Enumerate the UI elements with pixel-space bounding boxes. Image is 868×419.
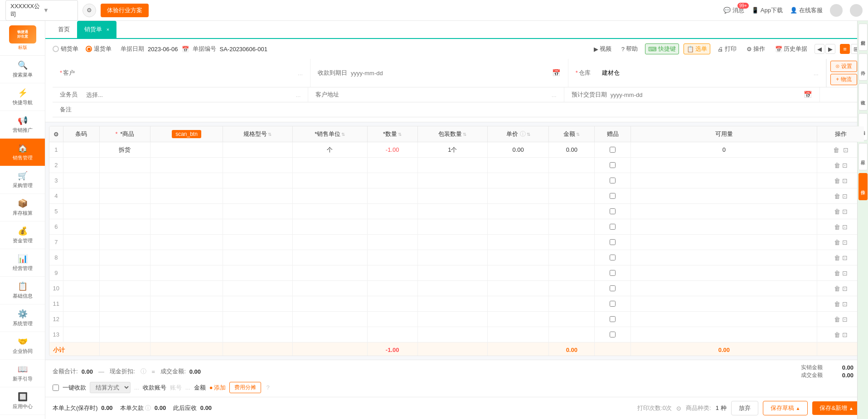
user-avatar[interactable] <box>830 4 843 17</box>
row5-copy-btn[interactable]: ⊡ <box>841 207 849 216</box>
app-download-btn[interactable]: 📱 App下载 <box>752 6 783 14</box>
row6-delete-btn[interactable]: 🗑 <box>833 222 841 231</box>
tab-close-icon[interactable]: × <box>107 27 109 32</box>
date-calendar-icon[interactable]: 📅 <box>182 46 189 53</box>
customer-addr-dots[interactable]: ... <box>552 92 557 98</box>
warehouse-dots[interactable]: ... <box>814 70 819 77</box>
sidebar-item-sales[interactable]: 🏠 销售管理 <box>0 139 45 166</box>
calc-method-select[interactable]: 结算方式 <box>90 382 131 393</box>
right-panel-tasks[interactable]: 待办 <box>858 53 868 81</box>
salesperson-dots[interactable]: ... <box>296 92 301 98</box>
row13-delete-btn[interactable]: 🗑 <box>833 330 841 339</box>
row1-delete-btn[interactable]: 🗑 <box>832 145 840 154</box>
action-shortcut[interactable]: ⌨ 快捷键 <box>645 43 679 54</box>
sidebar-item-purchase[interactable]: 🛒 采购管理 <box>0 166 45 194</box>
action-pick[interactable]: 📋 选单 <box>684 43 710 54</box>
logistics-btn[interactable]: + 物流 <box>830 74 857 85</box>
save-draft-btn[interactable]: 保存草稿 ▲ <box>763 401 808 415</box>
sidebar-item-quicknav[interactable]: ⚡ 快捷导航 <box>0 83 45 111</box>
settings-icon[interactable]: ⚙ <box>82 4 96 17</box>
action-video[interactable]: ▶ 视频 <box>591 44 614 54</box>
row7-gift-checkbox[interactable] <box>610 239 616 245</box>
right-panel-notes[interactable]: 便利贴 <box>858 24 868 51</box>
row4-copy-btn[interactable]: ⊡ <box>841 192 849 201</box>
customer-addr-input[interactable] <box>343 92 551 98</box>
user-avatar2[interactable] <box>850 4 863 17</box>
row9-delete-btn[interactable]: 🗑 <box>833 269 841 278</box>
row1-gift[interactable] <box>595 142 631 158</box>
row1-spec[interactable] <box>223 142 292 158</box>
sidebar-item-marketing[interactable]: 📢 营销推广 <box>0 111 45 139</box>
radio-sales[interactable]: 销货单 <box>53 45 78 53</box>
row5-delete-btn[interactable]: 🗑 <box>833 207 841 216</box>
unit-sort-icon[interactable]: ⇅ <box>341 132 345 137</box>
customer-dots[interactable]: ... <box>298 70 303 77</box>
row13-gift-checkbox[interactable] <box>610 332 616 337</box>
sidebar-item-wechat[interactable]: 💬 企业微信 <box>0 415 45 419</box>
row4-gift-checkbox[interactable] <box>610 193 616 199</box>
sidebar-item-inventory[interactable]: 📦 库存核算 <box>0 194 45 222</box>
row10-gift-checkbox[interactable] <box>610 285 616 291</box>
col-scan[interactable]: scan_btn <box>150 126 223 142</box>
sidebar-item-guide[interactable]: 📖 新手引导 <box>0 360 45 387</box>
cash-discount-info-icon[interactable]: ⓘ <box>141 367 146 376</box>
company-selector[interactable]: XXXXXX公司 ▼ <box>5 0 78 21</box>
row3-delete-btn[interactable]: 🗑 <box>833 176 841 185</box>
payment-date-calendar-icon[interactable]: 📅 <box>552 69 561 77</box>
pkg-sort-icon[interactable]: ⇅ <box>463 132 466 137</box>
row10-copy-btn[interactable]: ⊡ <box>841 284 849 293</box>
payment-date-input[interactable] <box>351 70 549 77</box>
row2-delete-btn[interactable]: 🗑 <box>833 161 841 170</box>
row1-product[interactable]: 拆货 <box>99 142 150 158</box>
action-help[interactable]: ? 帮助 <box>619 44 640 54</box>
row4-delete-btn[interactable]: 🗑 <box>833 192 841 201</box>
scan-btn[interactable]: scan_btn <box>172 130 201 138</box>
row9-copy-btn[interactable]: ⊡ <box>841 269 849 278</box>
price-info-icon[interactable]: ⓘ <box>520 130 526 137</box>
online-service-btn[interactable]: 👤 在线客服 <box>790 6 823 14</box>
row8-gift-checkbox[interactable] <box>610 255 616 260</box>
row2-copy-btn[interactable]: ⊡ <box>841 161 849 170</box>
action-history[interactable]: 📅 历史单据 <box>772 44 810 54</box>
row9-gift-checkbox[interactable] <box>610 270 616 276</box>
trial-button[interactable]: 体验行业方案 <box>101 4 149 17</box>
action-print[interactable]: 🖨 打印 <box>715 44 739 54</box>
expense-info-icon[interactable]: ? <box>267 384 270 391</box>
sidebar-item-basic[interactable]: 📋 基础信息 <box>0 277 45 304</box>
row10-delete-btn[interactable]: 🗑 <box>833 284 841 293</box>
sidebar-item-finance[interactable]: 💰 资金管理 <box>0 222 45 249</box>
abandon-btn[interactable]: 放弃 <box>731 401 758 415</box>
expected-date-calendar-icon[interactable]: 📅 <box>804 91 812 99</box>
row1-gift-checkbox[interactable] <box>610 147 616 153</box>
tab-home[interactable]: 首页 <box>51 21 77 39</box>
row7-copy-btn[interactable]: ⊡ <box>841 238 849 247</box>
row3-gift-checkbox[interactable] <box>610 178 616 183</box>
row1-price[interactable]: 0.00 <box>487 142 549 158</box>
row6-gift-checkbox[interactable] <box>610 224 616 230</box>
row1-copy-btn[interactable]: ⊡ <box>842 145 849 154</box>
row8-delete-btn[interactable]: 🗑 <box>833 253 841 262</box>
row5-gift-checkbox[interactable] <box>610 208 616 214</box>
right-panel-collect[interactable]: 收藏 <box>858 83 868 111</box>
row1-amount[interactable]: 0.00 <box>549 142 595 158</box>
tab-sales-order[interactable]: 销货单 × <box>77 21 116 39</box>
action-operate[interactable]: ⚙ 操作 <box>744 44 768 54</box>
col-settings[interactable]: ⚙ <box>49 126 63 142</box>
settings-btn[interactable]: ⊙ 设置 <box>830 61 857 72</box>
right-panel-star[interactable]: 星标 <box>858 143 868 170</box>
expense-btn[interactable]: 费用分摊 <box>229 382 261 393</box>
qty-sort-icon[interactable]: ⇅ <box>398 132 402 137</box>
payment-dots[interactable]: ... <box>134 384 139 391</box>
row6-copy-btn[interactable]: ⊡ <box>841 222 849 231</box>
customer-input[interactable] <box>86 70 298 77</box>
pager-next[interactable]: ▶ <box>825 44 835 54</box>
right-panel-action[interactable]: 操作 <box>858 173 868 200</box>
row11-copy-btn[interactable]: ⊡ <box>841 299 849 308</box>
row11-gift-checkbox[interactable] <box>610 301 616 307</box>
row1-qty[interactable]: -1.00 <box>367 142 417 158</box>
row12-copy-btn[interactable]: ⊡ <box>841 315 849 324</box>
row3-copy-btn[interactable]: ⊡ <box>841 176 849 185</box>
sidebar-item-system[interactable]: ⚙️ 系统管理 <box>0 304 45 332</box>
row12-gift-checkbox[interactable] <box>610 316 616 322</box>
salesperson-input[interactable] <box>86 92 296 98</box>
